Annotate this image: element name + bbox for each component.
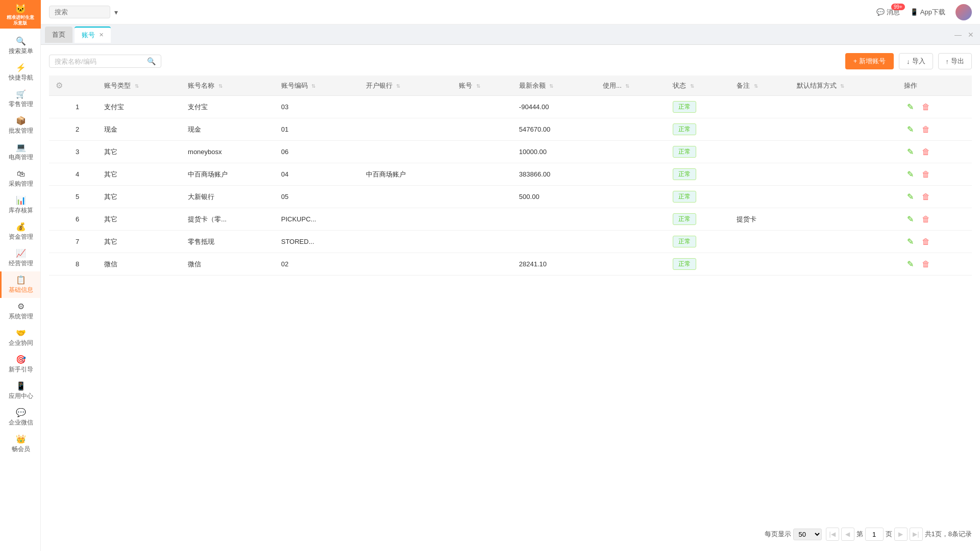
col-status[interactable]: 状态 ⇅ <box>667 76 730 96</box>
sidebar-item-retail-mgmt[interactable]: 🛒 零售管理 <box>0 86 40 112</box>
row-num-2: 3 <box>69 141 98 163</box>
sidebar-item-member[interactable]: 👑 畅会员 <box>0 431 40 457</box>
row-type-7: 微信 <box>98 253 182 276</box>
import-button[interactable]: ↓ 导入 <box>899 53 933 69</box>
row-status-4: 正常 <box>667 186 730 208</box>
sidebar-item-ops-mgmt[interactable]: 📈 经营管理 <box>0 245 40 271</box>
total-records-label: 共1页，8条记录 <box>925 530 972 539</box>
page-number-input[interactable] <box>865 528 884 541</box>
sidebar-item-purchase-mgmt[interactable]: 🛍 采购管理 <box>0 165 40 192</box>
tab-account-label: 账号 <box>82 31 95 40</box>
delete-button-2[interactable]: 🗑 <box>919 146 933 158</box>
tab-account-close[interactable]: ✕ <box>99 32 104 38</box>
export-button[interactable]: ↑ 导出 <box>938 53 972 69</box>
sidebar-item-newcomer-guide[interactable]: 🎯 新手引导 <box>0 351 40 378</box>
last-page-button[interactable]: ▶| <box>910 528 923 541</box>
main-area: ▾ 💬 消息 99+ 📱 App下载 首页 账号 ✕ — ✕ <box>41 0 980 551</box>
logo: 🐱 精准进时生意乐意版 <box>0 0 41 29</box>
tab-close-all-button[interactable]: ✕ <box>966 31 976 39</box>
search-icon[interactable]: 🔍 <box>147 57 156 65</box>
row-settlement-2 <box>791 141 898 163</box>
delete-button-4[interactable]: 🗑 <box>919 191 933 203</box>
edit-button-2[interactable]: ✎ <box>904 146 917 158</box>
accounts-table: ⚙ 账号类型 ⇅ 账号名称 ⇅ 账号编码 ⇅ 开户银行 ⇅ 账号 ⇅ 最新余额 … <box>49 76 972 276</box>
row-name-7: 微信 <box>182 253 275 276</box>
col-account[interactable]: 账号 ⇅ <box>453 76 513 96</box>
tab-minimize-button[interactable]: — <box>952 31 964 39</box>
edit-button-4[interactable]: ✎ <box>904 191 917 203</box>
sidebar-item-wholesale-mgmt[interactable]: 📦 批发管理 <box>0 112 40 139</box>
message-badge: 99+ <box>891 4 905 10</box>
search-input[interactable] <box>55 58 144 65</box>
sidebar-item-enterprise-wechat[interactable]: 💬 企业微信 <box>0 404 40 431</box>
col-note[interactable]: 备注 ⇅ <box>730 76 791 96</box>
topbar-search-input[interactable] <box>49 6 110 18</box>
table-row: 4 其它 中百商场账户 04 中百商场账户 383866.00 正常 ✎ 🗑 <box>49 163 972 186</box>
row-usage-3 <box>597 163 667 186</box>
page-size-select[interactable]: 102050100 <box>793 529 822 540</box>
row-actions-0: ✎ 🗑 <box>898 96 972 118</box>
col-actions: 操作 <box>898 76 972 96</box>
sidebar-item-ecommerce-mgmt[interactable]: 💻 电商管理 <box>0 139 40 165</box>
row-account-0 <box>453 96 513 118</box>
row-actions-3: ✎ 🗑 <box>898 163 972 186</box>
column-settings-icon[interactable]: ⚙ <box>56 81 63 90</box>
col-bank[interactable]: 开户银行 ⇅ <box>360 76 453 96</box>
row-name-3: 中百商场账户 <box>182 163 275 186</box>
tab-home-label: 首页 <box>52 30 65 39</box>
row-name-6: 零售抵现 <box>182 231 275 253</box>
topbar-msg-button[interactable]: 💬 消息 99+ <box>876 8 900 17</box>
sidebar-icon-search-menu: 🔍 <box>16 36 26 46</box>
sidebar-item-inventory-calc[interactable]: 📊 库存核算 <box>0 192 40 218</box>
delete-button-3[interactable]: 🗑 <box>919 169 933 180</box>
sidebar-item-quick-nav[interactable]: ⚡ 快捷导航 <box>0 59 40 86</box>
first-page-button[interactable]: |◀ <box>826 528 839 541</box>
sidebar-label-quick-nav: 快捷导航 <box>9 73 33 82</box>
col-num <box>69 76 98 96</box>
sidebar-item-search-menu[interactable]: 🔍 搜索菜单 <box>0 33 40 59</box>
edit-button-7[interactable]: ✎ <box>904 258 917 270</box>
delete-button-0[interactable]: 🗑 <box>919 102 933 113</box>
delete-button-5[interactable]: 🗑 <box>919 214 933 225</box>
row-bank-5 <box>360 208 453 231</box>
col-default-settlement[interactable]: 默认结算方式 ⇅ <box>791 76 898 96</box>
col-type[interactable]: 账号类型 ⇅ <box>98 76 182 96</box>
tab-account[interactable]: 账号 ✕ <box>75 27 111 43</box>
delete-button-1[interactable]: 🗑 <box>919 124 933 135</box>
sidebar-item-sys-mgmt[interactable]: ⚙ 系统管理 <box>0 298 40 324</box>
sidebar-icon-app-center: 📱 <box>16 381 26 391</box>
accounts-table-wrapper: ⚙ 账号类型 ⇅ 账号名称 ⇅ 账号编码 ⇅ 开户银行 ⇅ 账号 ⇅ 最新余额 … <box>49 76 972 517</box>
col-name[interactable]: 账号名称 ⇅ <box>182 76 275 96</box>
edit-button-5[interactable]: ✎ <box>904 213 917 225</box>
user-avatar[interactable] <box>955 4 972 20</box>
topbar-dropdown-icon[interactable]: ▾ <box>114 8 118 16</box>
sidebar-item-basic-info[interactable]: 📋 基础信息 <box>0 271 40 298</box>
col-code[interactable]: 账号编码 ⇅ <box>275 76 360 96</box>
sidebar-label-fund-mgmt: 资金管理 <box>9 233 33 241</box>
edit-button-0[interactable]: ✎ <box>904 101 917 113</box>
col-usage[interactable]: 使用... ⇅ <box>597 76 667 96</box>
sidebar-item-app-center[interactable]: 📱 应用中心 <box>0 378 40 404</box>
col-balance[interactable]: 最新余额 ⇅ <box>513 76 597 96</box>
row-actions-4: ✎ 🗑 <box>898 186 972 208</box>
edit-button-3[interactable]: ✎ <box>904 168 917 180</box>
delete-button-6[interactable]: 🗑 <box>919 236 933 247</box>
row-bank-3: 中百商场账户 <box>360 163 453 186</box>
row-note-7 <box>730 253 791 276</box>
tab-home[interactable]: 首页 <box>45 27 72 43</box>
sidebar-label-retail-mgmt: 零售管理 <box>9 100 33 109</box>
edit-button-1[interactable]: ✎ <box>904 123 917 135</box>
topbar-app-download[interactable]: 📱 App下载 <box>910 8 945 17</box>
import-label: 导入 <box>912 57 925 66</box>
edit-button-6[interactable]: ✎ <box>904 236 917 247</box>
prev-page-button[interactable]: ◀ <box>841 528 854 541</box>
row-balance-7: 28241.10 <box>513 253 597 276</box>
sidebar-label-inventory-calc: 库存核算 <box>9 206 33 215</box>
row-code-5: PICKUPC... <box>275 208 360 231</box>
next-page-button[interactable]: ▶ <box>894 528 908 541</box>
table-body: 1 支付宝 支付宝 03 -90444.00 正常 ✎ 🗑 2 现金 现金 01… <box>49 96 972 276</box>
delete-button-7[interactable]: 🗑 <box>919 259 933 270</box>
sidebar-item-enterprise-agreement[interactable]: 🤝 企业协同 <box>0 324 40 351</box>
sidebar-item-fund-mgmt[interactable]: 💰 资金管理 <box>0 218 40 245</box>
add-account-button[interactable]: + 新增账号 <box>845 53 894 69</box>
